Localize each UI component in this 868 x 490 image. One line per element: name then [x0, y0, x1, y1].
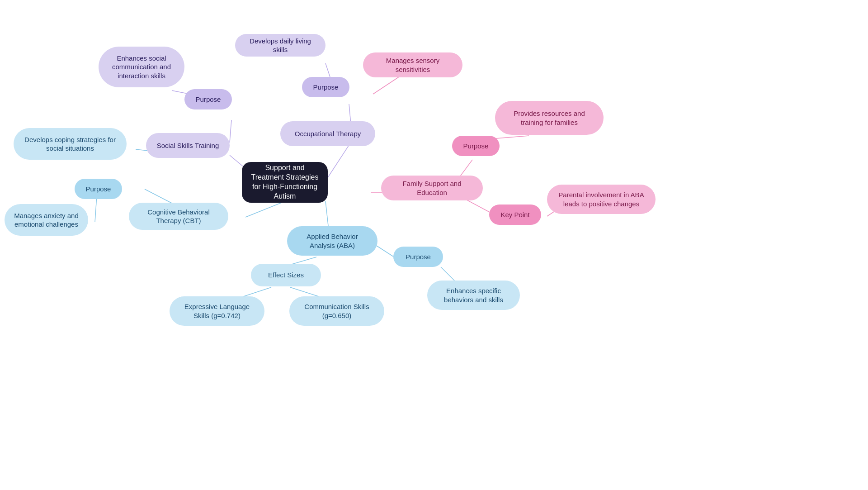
social-coping-node: Develops coping strategies for social si… — [14, 128, 127, 160]
aba-node: Applied Behavior Analysis (ABA) — [287, 226, 377, 256]
aba-communication-node: Communication Skills (g=0.650) — [289, 296, 384, 326]
family-support-node: Family Support and Education — [381, 176, 483, 200]
occ-purpose-node: Purpose — [302, 77, 349, 97]
family-keypoint-node: Key Point — [489, 205, 541, 225]
occ-therapy-node: Occupational Therapy — [280, 121, 375, 146]
social-enhance-node: Enhances social communication and intera… — [99, 47, 184, 87]
aba-purpose-node: Purpose — [393, 247, 443, 267]
social-skills-node: Social Skills Training — [146, 133, 230, 158]
center-node: Support and Treatment Strategies for Hig… — [242, 162, 328, 203]
svg-line-7 — [326, 142, 351, 181]
social-purpose-node: Purpose — [184, 89, 232, 109]
svg-line-1 — [230, 120, 231, 143]
cbt-purpose-node: Purpose — [75, 179, 122, 199]
occ-daily-node: Develops daily living skills — [235, 34, 326, 57]
family-parental-node: Parental involvement in ABA leads to pos… — [547, 185, 656, 214]
occ-sensory-node: Manages sensory sensitivities — [363, 52, 462, 77]
svg-line-4 — [245, 201, 285, 217]
svg-line-16 — [326, 201, 329, 230]
aba-enhances-node: Enhances specific behaviors and skills — [427, 281, 520, 310]
family-purpose-node: Purpose — [452, 136, 500, 156]
aba-expressive-node: Expressive Language Skills (g=0.742) — [170, 296, 264, 326]
aba-effect-node: Effect Sizes — [251, 264, 321, 286]
family-resources-node: Provides resources and training for fami… — [495, 101, 604, 135]
cbt-node: Cognitive Behavioral Therapy (CBT) — [129, 203, 228, 230]
cbt-anxiety-node: Manages anxiety and emotional challenges — [5, 204, 88, 236]
